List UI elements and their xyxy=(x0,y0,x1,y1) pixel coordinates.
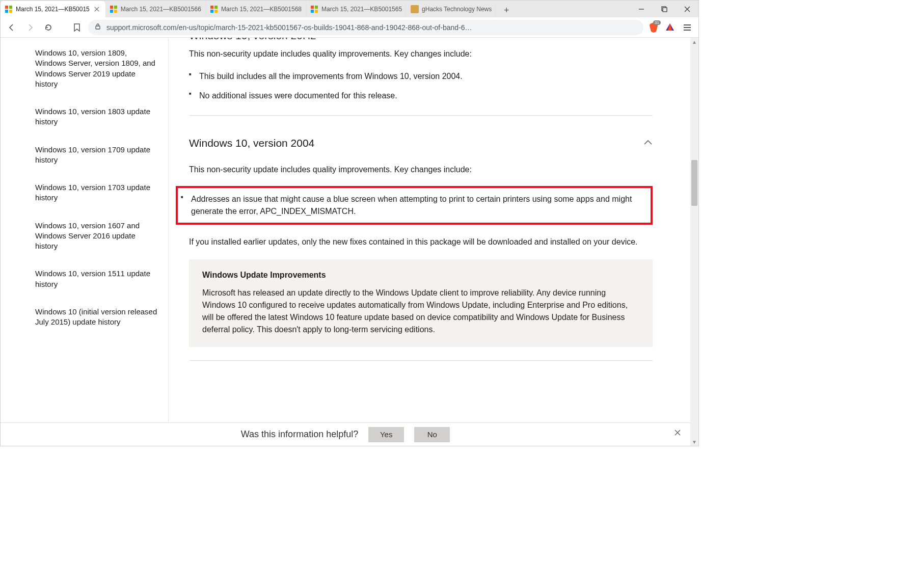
section-intro: This non-security update includes qualit… xyxy=(189,48,653,60)
svg-rect-6 xyxy=(110,10,113,13)
svg-rect-4 xyxy=(110,6,113,9)
svg-rect-7 xyxy=(114,10,117,13)
tab-title: gHacks Technology News xyxy=(422,6,492,13)
chevron-up-icon xyxy=(643,139,653,147)
browser-tab[interactable]: gHacks Technology News xyxy=(407,1,496,17)
browser-tab[interactable]: March 15, 2021—KB5001568 xyxy=(206,1,306,17)
reload-button[interactable] xyxy=(41,20,56,35)
feedback-question: Was this information helpful? xyxy=(241,429,358,440)
nav-bar: support.microsoft.com/en-us/topic/march-… xyxy=(1,17,698,38)
svg-rect-14 xyxy=(311,10,314,13)
back-button[interactable] xyxy=(5,20,19,35)
forward-button[interactable] xyxy=(23,20,37,35)
bullet-item: This build includes all the improvements… xyxy=(189,70,653,83)
brave-shield-icon[interactable]: 31 xyxy=(648,21,660,34)
sidebar-item[interactable]: Windows 10 (initial version released Jul… xyxy=(26,303,168,332)
callout-box: Windows Update Improvements Microsoft ha… xyxy=(189,259,653,347)
svg-rect-8 xyxy=(210,6,213,9)
section-toggle-2004[interactable]: Windows 10, version 2004 xyxy=(189,129,653,157)
browser-tab[interactable]: March 15, 2021—KB5001566 xyxy=(105,1,206,17)
browser-tab[interactable]: March 15, 2021—KB5001565 xyxy=(306,1,407,17)
svg-rect-16 xyxy=(411,5,419,13)
sidebar-item[interactable]: Windows 10, version 1803 update history xyxy=(26,102,168,131)
svg-rect-11 xyxy=(214,10,218,13)
scrollbar-thumb[interactable] xyxy=(691,160,697,206)
divider xyxy=(189,360,653,361)
sidebar-item[interactable]: Windows 10, version 1709 update history xyxy=(26,141,168,170)
svg-rect-9 xyxy=(214,6,218,9)
svg-rect-3 xyxy=(9,10,12,13)
browser-window: March 15, 2021—KB50015 March 15, 2021—KB… xyxy=(0,0,699,446)
sidebar-item[interactable]: Windows 10, version 1809, Windows Server… xyxy=(26,44,168,93)
close-icon[interactable] xyxy=(674,429,681,438)
close-button[interactable] xyxy=(676,1,698,17)
ghacks-favicon xyxy=(411,5,419,13)
maximize-button[interactable] xyxy=(653,1,676,17)
bullet-list: This build includes all the improvements… xyxy=(189,70,653,102)
sidebar-item[interactable]: Windows 10, version 1607 and Windows Ser… xyxy=(26,217,168,256)
ms-favicon xyxy=(110,5,118,13)
feedback-yes-button[interactable]: Yes xyxy=(368,427,404,442)
bullet-item-highlighted: Addresses an issue that might cause a bl… xyxy=(181,193,648,218)
callout-body: Microsoft has released an update directl… xyxy=(202,287,639,336)
scroll-up-icon[interactable]: ▲ xyxy=(690,38,698,46)
tab-title: March 15, 2021—KB5001568 xyxy=(221,6,302,13)
shield-badge: 31 xyxy=(653,20,661,25)
ms-favicon xyxy=(210,5,218,13)
tab-title: March 15, 2021—KB50015 xyxy=(16,6,90,13)
bullet-list: Addresses an issue that might cause a bl… xyxy=(181,193,648,218)
menu-button[interactable] xyxy=(680,20,694,35)
new-tab-button[interactable]: + xyxy=(499,3,514,17)
browser-tab[interactable]: March 15, 2021—KB50015 xyxy=(1,1,105,17)
url-bar[interactable]: support.microsoft.com/en-us/topic/march-… xyxy=(88,20,643,35)
feedback-no-button[interactable]: No xyxy=(414,427,450,442)
divider xyxy=(189,115,653,116)
sidebar-item[interactable]: Windows 10, version 1703 update history xyxy=(26,178,168,207)
section-heading-2004: Windows 10, version 2004 xyxy=(189,137,314,149)
feedback-bar: Was this information helpful? Yes No xyxy=(1,422,690,446)
close-icon[interactable] xyxy=(93,5,101,13)
callout-title: Windows Update Improvements xyxy=(202,271,639,280)
sidebar-item[interactable]: Windows 10, version 1511 update history xyxy=(26,264,168,293)
svg-rect-19 xyxy=(96,26,100,29)
scrollbar[interactable]: ▲ ▼ xyxy=(690,38,698,446)
window-controls xyxy=(630,1,698,17)
brave-rewards-icon[interactable] xyxy=(664,21,676,34)
section-intro: This non-security update includes qualit… xyxy=(189,164,653,176)
bookmark-button[interactable] xyxy=(70,20,84,35)
page-content: Windows 10, version 1809, Windows Server… xyxy=(1,38,698,446)
after-note: If you installed earlier updates, only t… xyxy=(189,236,653,248)
tab-title: March 15, 2021—KB5001565 xyxy=(321,6,402,13)
svg-rect-10 xyxy=(210,10,213,13)
minimize-button[interactable] xyxy=(630,1,653,17)
svg-rect-15 xyxy=(315,10,318,13)
sidebar-nav: Windows 10, version 1809, Windows Server… xyxy=(26,38,169,446)
ms-favicon xyxy=(310,5,318,13)
ms-favicon xyxy=(5,5,13,13)
scroll-down-icon[interactable]: ▼ xyxy=(690,438,698,446)
section-heading-20h2: Windows 10, version 20H2 xyxy=(189,38,653,42)
url-text: support.microsoft.com/en-us/topic/march-… xyxy=(106,23,637,32)
svg-rect-0 xyxy=(5,6,8,9)
highlighted-fix-box: Addresses an issue that might cause a bl… xyxy=(176,186,653,225)
tab-strip: March 15, 2021—KB50015 March 15, 2021—KB… xyxy=(1,1,698,17)
lock-icon xyxy=(94,23,101,32)
svg-rect-5 xyxy=(114,6,117,9)
svg-rect-2 xyxy=(5,10,8,13)
svg-rect-1 xyxy=(9,6,12,9)
svg-rect-13 xyxy=(315,6,318,9)
svg-rect-18 xyxy=(663,8,667,12)
bullet-item: No additional issues were documented for… xyxy=(189,90,653,102)
main-article: Windows 10, version 20H2 This non-securi… xyxy=(169,38,653,446)
svg-rect-12 xyxy=(311,6,314,9)
tab-title: March 15, 2021—KB5001566 xyxy=(121,6,201,13)
